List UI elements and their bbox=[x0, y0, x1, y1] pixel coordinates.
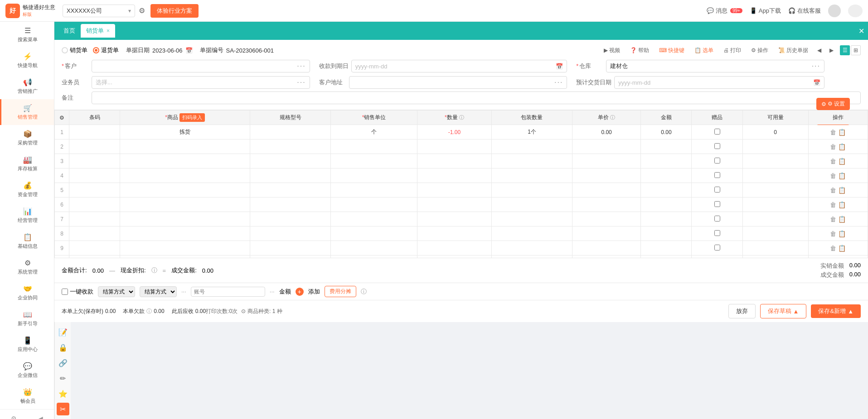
copy-row-icon[interactable]: 📋 bbox=[838, 201, 846, 208]
trial-button[interactable]: 体验行业方案 bbox=[150, 4, 199, 18]
copy-row-icon[interactable]: 📋 bbox=[838, 216, 846, 223]
sidebar-item-finance[interactable]: 💰 资金管理 bbox=[0, 177, 54, 202]
copy-row-icon[interactable]: 📋 bbox=[838, 129, 846, 136]
tab-bar-close-icon[interactable]: ✕ bbox=[858, 27, 864, 35]
delete-row-icon[interactable]: 🗑 bbox=[830, 245, 836, 252]
right-panel-star-icon[interactable]: ⭐ bbox=[57, 387, 69, 400]
right-panel-lock-icon[interactable]: 🔒 bbox=[57, 341, 69, 354]
save-new-btn[interactable]: 保存&新增 ▲ bbox=[811, 304, 861, 318]
sidebar-item-marketing[interactable]: 📢 营销推广 bbox=[0, 73, 54, 99]
sidebar-item-operations[interactable]: 📊 经营管理 bbox=[0, 202, 54, 228]
one-key-checkbox[interactable] bbox=[62, 289, 68, 295]
salesman-input[interactable]: 选择... ··· bbox=[92, 76, 310, 89]
account-select[interactable]: 结算方式 bbox=[140, 286, 177, 297]
next-arrow[interactable]: ▶ bbox=[828, 46, 835, 54]
online-service-btn[interactable]: 🎧 在线客服 bbox=[788, 7, 821, 15]
delete-row-icon[interactable]: 🗑 bbox=[830, 172, 836, 179]
app-download-btn[interactable]: 📱 App下载 bbox=[750, 7, 781, 15]
list-view-icon[interactable]: ☰ bbox=[840, 45, 850, 55]
operate-btn[interactable]: ⚙ 操作 bbox=[748, 46, 771, 55]
right-panel-note-icon[interactable]: 📝 bbox=[57, 326, 69, 338]
help-btn[interactable]: ❓ 帮助 bbox=[627, 46, 652, 55]
gift-checkbox[interactable] bbox=[714, 129, 720, 135]
settings-btn[interactable]: ⚙ ⚙ 设置 bbox=[816, 98, 850, 110]
message-btn[interactable]: 💬 消息 99+ bbox=[707, 7, 742, 15]
sidebar-item-basics[interactable]: 📋 基础信息 bbox=[0, 228, 54, 254]
prev-arrow[interactable]: ◀ bbox=[815, 46, 823, 54]
copy-row-icon[interactable]: 📋 bbox=[838, 245, 846, 252]
warehouse-input[interactable]: 建材仓 ··· bbox=[606, 60, 824, 72]
sidebar-item-enterprise[interactable]: 🤝 企业协同 bbox=[0, 280, 54, 306]
sidebar-item-wechat[interactable]: 💬 企业微信 bbox=[0, 357, 54, 383]
delete-row-icon[interactable]: 🗑 bbox=[830, 230, 836, 237]
video-btn[interactable]: ▶ 视频 bbox=[601, 46, 623, 55]
scan-barcode-btn[interactable]: 扫码录入 bbox=[179, 113, 205, 122]
copy-row-icon[interactable]: 📋 bbox=[838, 143, 846, 150]
delete-row-icon[interactable]: 🗑 bbox=[830, 129, 836, 136]
print-btn[interactable]: 🖨 打印 bbox=[721, 46, 744, 55]
copy-row-icon[interactable]: 📋 bbox=[838, 172, 846, 179]
sidebar-item-sales[interactable]: 🛒 销售管理 bbox=[0, 99, 54, 125]
sidebar-item-member[interactable]: 👑 畅会员 bbox=[0, 383, 54, 409]
calc-method-select[interactable]: 结算方式 bbox=[98, 286, 135, 297]
copy-row-icon[interactable]: 📋 bbox=[838, 158, 846, 165]
copy-row-icon[interactable]: 📋 bbox=[838, 187, 846, 194]
return-order-radio[interactable]: 退货单 bbox=[93, 46, 119, 54]
tab-close-icon[interactable]: × bbox=[107, 28, 110, 34]
cash-discount-help-icon[interactable]: ⓘ bbox=[151, 266, 157, 275]
sidebar-item-purchase[interactable]: 📦 采购管理 bbox=[0, 125, 54, 151]
add-payment-btn[interactable]: + bbox=[296, 288, 304, 296]
due-date-input[interactable]: yyyy-mm-dd 📅 bbox=[351, 60, 567, 72]
copy-row-icon[interactable]: 📋 bbox=[838, 230, 846, 237]
calendar2-icon[interactable]: 📅 bbox=[556, 63, 563, 70]
gift-checkbox[interactable] bbox=[714, 158, 720, 164]
history-btn[interactable]: 📜 历史单据 bbox=[776, 46, 811, 55]
delete-row-icon[interactable]: 🗑 bbox=[830, 201, 836, 208]
grid-view-icon[interactable]: ⊞ bbox=[851, 45, 861, 55]
sidebar-item-search[interactable]: ☰ 搜索菜单 bbox=[0, 22, 54, 48]
delete-row-icon[interactable]: 🗑 bbox=[830, 216, 836, 223]
gift-checkbox[interactable] bbox=[714, 172, 720, 178]
sidebar-collapse-btn[interactable]: ◀ bbox=[36, 413, 45, 419]
sidebar-item-apps[interactable]: 📱 应用中心 bbox=[0, 332, 54, 357]
delete-row-icon[interactable]: 🗑 bbox=[830, 158, 836, 165]
sidebar-item-quicknav[interactable]: ⚡ 快捷导航 bbox=[0, 48, 54, 73]
calendar-icon[interactable]: 📅 bbox=[185, 47, 193, 54]
th-settings[interactable]: ⚙ bbox=[55, 111, 69, 125]
right-panel-scissors-icon[interactable]: ✂ bbox=[57, 403, 69, 415]
gift-checkbox[interactable] bbox=[714, 230, 720, 236]
sidebar-item-inventory[interactable]: 🏭 库存核算 bbox=[0, 151, 54, 177]
expense-split-btn[interactable]: 费用分摊 bbox=[325, 286, 356, 297]
customer-input[interactable]: ··· bbox=[92, 60, 310, 72]
notes-input[interactable] bbox=[92, 92, 861, 104]
gift-checkbox[interactable] bbox=[714, 187, 720, 193]
shortcut-btn[interactable]: ⌨ 快捷键 bbox=[656, 46, 687, 55]
settings-icon[interactable]: ⚙ bbox=[139, 6, 145, 15]
sidebar-settings-btn[interactable]: ⚙ bbox=[9, 413, 19, 419]
expense-help-icon[interactable]: ⓘ bbox=[361, 288, 367, 296]
gift-checkbox[interactable] bbox=[714, 216, 720, 222]
select-btn[interactable]: 📋 选单 bbox=[692, 46, 716, 55]
sidebar-item-system[interactable]: ⚙ 系统管理 bbox=[0, 254, 54, 280]
customer-address-input[interactable]: ··· bbox=[349, 76, 567, 89]
gift-checkbox[interactable] bbox=[714, 143, 720, 149]
gift-checkbox[interactable] bbox=[714, 245, 720, 250]
discard-btn[interactable]: 放弃 bbox=[728, 304, 756, 318]
delete-row-icon[interactable]: 🗑 bbox=[830, 187, 836, 194]
delivery-date-input[interactable]: yyyy-mm-dd 📅 bbox=[614, 76, 824, 89]
user-info[interactable] bbox=[848, 5, 863, 17]
sales-order-radio[interactable]: 销货单 bbox=[62, 46, 87, 54]
tab-home[interactable]: 首页 bbox=[58, 24, 81, 38]
owe-help-icon[interactable]: ⓘ bbox=[146, 308, 152, 315]
delete-row-icon[interactable]: 🗑 bbox=[830, 143, 836, 150]
calendar3-icon[interactable]: 📅 bbox=[813, 79, 820, 86]
account-input[interactable] bbox=[191, 287, 265, 297]
company-selector[interactable]: XXXXXX公司 ▾ bbox=[63, 5, 135, 17]
sidebar-item-guide[interactable]: 📖 新手引导 bbox=[0, 306, 54, 332]
tab-sales-order[interactable]: 销货单 × bbox=[81, 24, 115, 38]
right-panel-link-icon[interactable]: 🔗 bbox=[57, 356, 69, 369]
save-draft-btn[interactable]: 保存草稿 ▲ bbox=[760, 304, 807, 318]
right-panel-edit-icon[interactable]: ✏ bbox=[57, 372, 69, 385]
gift-checkbox[interactable] bbox=[714, 201, 720, 207]
user-avatar[interactable] bbox=[828, 5, 841, 17]
